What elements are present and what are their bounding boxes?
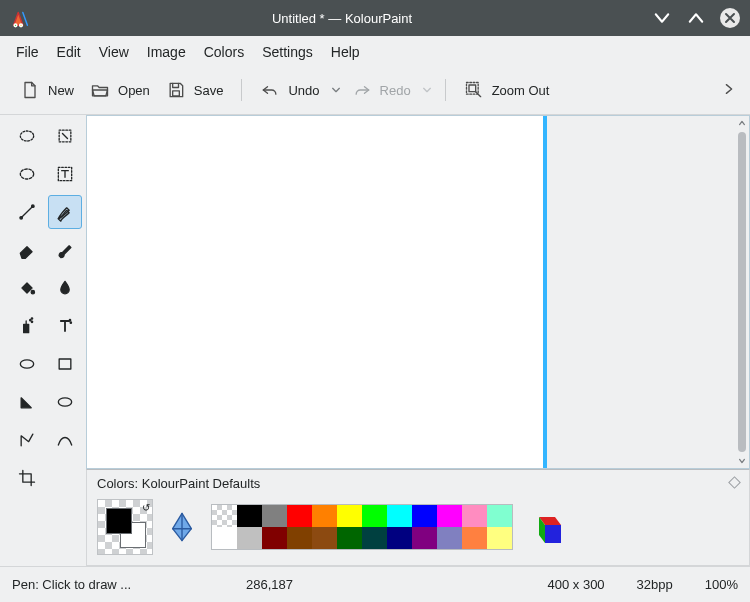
tool-polygon[interactable] bbox=[10, 385, 44, 419]
tool-pen[interactable] bbox=[48, 195, 82, 229]
svg-point-1 bbox=[20, 24, 23, 27]
color-swatch[interactable] bbox=[437, 527, 462, 549]
scroll-down-icon[interactable] bbox=[738, 454, 746, 468]
maximize-button[interactable] bbox=[686, 8, 706, 28]
tool-spray[interactable] bbox=[10, 309, 44, 343]
canvas-background bbox=[547, 116, 735, 468]
color-panel: Colors: KolourPaint Defaults ↺ bbox=[86, 469, 750, 566]
color-swatch[interactable] bbox=[337, 527, 362, 549]
toolbar: New Open Save Undo Redo Zoom Out bbox=[0, 70, 750, 115]
svg-point-7 bbox=[20, 169, 33, 179]
svg-point-14 bbox=[31, 321, 32, 322]
svg-point-11 bbox=[31, 291, 34, 294]
minimize-button[interactable] bbox=[652, 8, 672, 28]
tool-ellipse-select[interactable] bbox=[10, 157, 44, 191]
color-similarity-icon[interactable] bbox=[167, 507, 197, 547]
redo-dropdown[interactable] bbox=[421, 85, 433, 95]
color-swatch[interactable] bbox=[462, 527, 487, 549]
color-swatch[interactable] bbox=[387, 527, 412, 549]
svg-point-5 bbox=[20, 131, 33, 141]
color-swatch[interactable] bbox=[412, 505, 437, 527]
tool-brush[interactable] bbox=[48, 233, 82, 267]
tool-text[interactable] bbox=[48, 157, 82, 191]
status-zoom: 100% bbox=[705, 577, 738, 592]
svg-point-20 bbox=[58, 398, 71, 406]
menu-view[interactable]: View bbox=[99, 44, 129, 60]
svg-point-15 bbox=[31, 318, 32, 319]
close-button[interactable] bbox=[720, 8, 740, 28]
color-swatch[interactable] bbox=[312, 527, 337, 549]
menu-image[interactable]: Image bbox=[147, 44, 186, 60]
color-swatch[interactable] bbox=[362, 505, 387, 527]
tool-rounded-rect[interactable] bbox=[10, 347, 44, 381]
color-swatches bbox=[211, 504, 513, 550]
color-swatch[interactable] bbox=[287, 505, 312, 527]
color-swatch[interactable] bbox=[262, 505, 287, 527]
separator bbox=[445, 79, 446, 101]
menu-edit[interactable]: Edit bbox=[57, 44, 81, 60]
app-icon bbox=[10, 7, 32, 29]
tool-connected-lines[interactable] bbox=[48, 423, 82, 457]
color-swatch[interactable] bbox=[212, 527, 237, 549]
color-swatch[interactable] bbox=[287, 527, 312, 549]
menu-colors[interactable]: Colors bbox=[204, 44, 244, 60]
undo-button[interactable]: Undo bbox=[254, 76, 325, 104]
vertical-scrollbar[interactable] bbox=[735, 116, 749, 468]
separator bbox=[241, 79, 242, 101]
tool-rectangle[interactable] bbox=[48, 347, 82, 381]
undo-dropdown[interactable] bbox=[330, 85, 342, 95]
color-swatch[interactable] bbox=[337, 505, 362, 527]
scroll-up-icon[interactable] bbox=[738, 116, 746, 130]
color-swatch[interactable] bbox=[437, 505, 462, 527]
workarea: Colors: KolourPaint Defaults ↺ bbox=[0, 115, 750, 566]
color-swatch[interactable] bbox=[487, 527, 512, 549]
tool-palette bbox=[0, 115, 86, 566]
save-button[interactable]: Save bbox=[160, 76, 230, 104]
save-label: Save bbox=[194, 83, 224, 98]
menubar: File Edit View Image Colors Settings Hel… bbox=[0, 36, 750, 70]
color-swatch[interactable] bbox=[237, 527, 262, 549]
tool-color-picker[interactable] bbox=[48, 271, 82, 305]
menu-settings[interactable]: Settings bbox=[262, 44, 313, 60]
zoom-out-icon bbox=[464, 80, 484, 100]
color-swatch[interactable] bbox=[237, 505, 262, 527]
swap-colors-icon[interactable]: ↺ bbox=[142, 502, 150, 513]
svg-point-16 bbox=[69, 320, 70, 321]
color-panel-label: Colors: KolourPaint Defaults bbox=[97, 476, 739, 491]
color-swatch[interactable] bbox=[212, 505, 237, 527]
tool-fill[interactable] bbox=[10, 271, 44, 305]
toolbar-overflow-button[interactable] bbox=[722, 82, 736, 99]
tool-free-select[interactable] bbox=[10, 119, 44, 153]
tool-line[interactable] bbox=[10, 195, 44, 229]
menu-file[interactable]: File bbox=[16, 44, 39, 60]
canvas[interactable] bbox=[87, 116, 547, 468]
window-title: Untitled * — KolourPaint bbox=[32, 11, 652, 26]
tool-text-tool[interactable] bbox=[48, 309, 82, 343]
tool-rect-select[interactable] bbox=[48, 119, 82, 153]
color-swatch[interactable] bbox=[412, 527, 437, 549]
tool-curve[interactable] bbox=[10, 423, 44, 457]
color-cube-icon[interactable] bbox=[527, 507, 567, 547]
new-label: New bbox=[48, 83, 74, 98]
redo-button[interactable]: Redo bbox=[346, 76, 417, 104]
color-swatch[interactable] bbox=[387, 505, 412, 527]
scroll-thumb[interactable] bbox=[738, 132, 746, 452]
color-swatch[interactable] bbox=[312, 505, 337, 527]
tool-ellipse[interactable] bbox=[48, 385, 82, 419]
zoom-out-button[interactable]: Zoom Out bbox=[458, 76, 556, 104]
fg-bg-selector[interactable]: ↺ bbox=[97, 499, 153, 555]
menu-help[interactable]: Help bbox=[331, 44, 360, 60]
tool-eraser[interactable] bbox=[10, 233, 44, 267]
color-swatch[interactable] bbox=[462, 505, 487, 527]
foreground-color-swatch[interactable] bbox=[106, 508, 132, 534]
color-swatch[interactable] bbox=[362, 527, 387, 549]
color-swatch[interactable] bbox=[262, 527, 287, 549]
tool-crop[interactable] bbox=[10, 461, 44, 495]
status-image-size: 400 x 300 bbox=[547, 577, 604, 592]
new-button[interactable]: New bbox=[14, 76, 80, 104]
svg-rect-12 bbox=[24, 324, 29, 332]
svg-point-17 bbox=[70, 322, 71, 323]
color-swatch[interactable] bbox=[487, 505, 512, 527]
open-button[interactable]: Open bbox=[84, 76, 156, 104]
redo-icon bbox=[352, 80, 372, 100]
